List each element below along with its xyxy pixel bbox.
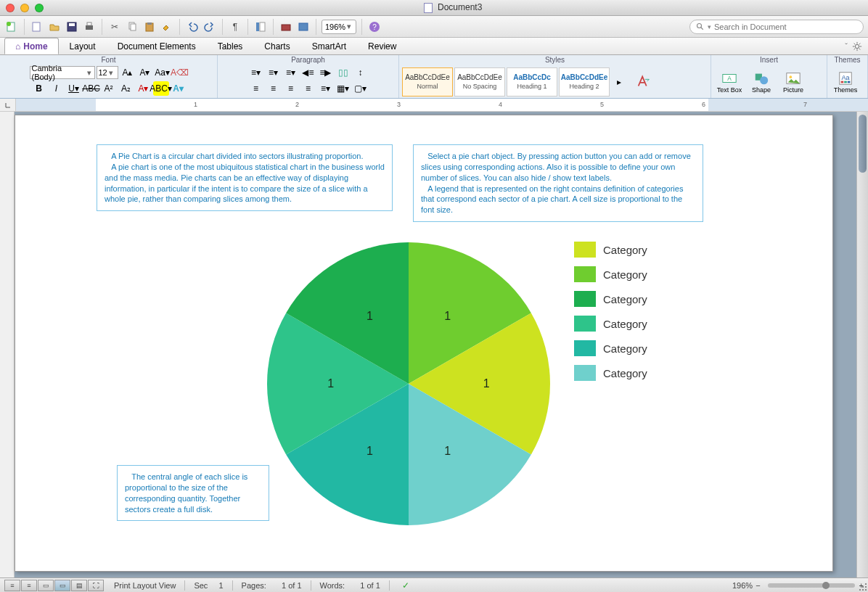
multilevel-list-button[interactable]: ≡▾	[283, 65, 299, 80]
pie-slice-label: 1	[367, 445, 373, 457]
minimize-button[interactable]	[20, 4, 29, 12]
line-spacing-button[interactable]: ≡▾	[318, 81, 334, 96]
print-icon[interactable]	[82, 20, 97, 34]
pie-chart[interactable]: 111111	[263, 239, 554, 529]
show-formatting-icon[interactable]: ¶	[228, 20, 242, 34]
open-icon[interactable]	[47, 20, 62, 34]
print-layout-view-button[interactable]: ▭	[54, 580, 70, 591]
redo-icon[interactable]	[202, 20, 217, 34]
italic-button[interactable]: I	[49, 81, 65, 96]
textbox-callout[interactable]: The central angle of each slice is propo…	[117, 465, 269, 521]
tab-stop-selector[interactable]	[0, 99, 16, 111]
shrink-font-icon[interactable]: A▾	[137, 65, 153, 80]
paste-icon[interactable]	[142, 20, 157, 34]
quick-access-toolbar: ✂ ¶ 196% ▾ ? ▾	[0, 16, 868, 38]
media-browser-icon[interactable]	[296, 20, 311, 34]
shading-button[interactable]: ▦▾	[335, 81, 351, 96]
strikethrough-button[interactable]: ABC	[83, 81, 99, 96]
horizontal-ruler[interactable]: 1 2 3 4 5 6 7	[16, 99, 868, 111]
style-gallery: AaBbCcDdEe Normal AaBbCcDdEe No Spacing …	[402, 67, 610, 96]
font-size-combo[interactable]: 12▾	[97, 66, 118, 79]
close-button[interactable]	[6, 4, 15, 12]
insert-shape-button[interactable]: Shape	[746, 66, 777, 98]
scrollbar-thumb[interactable]	[859, 115, 867, 173]
dropdown-icon[interactable]: ▾	[708, 23, 711, 30]
new-icon[interactable]	[4, 20, 19, 34]
zoom-slider-thumb[interactable]	[822, 582, 830, 589]
zoom-out-button[interactable]: −	[756, 581, 760, 590]
align-right-button[interactable]: ≡	[283, 81, 299, 96]
fullscreen-view-button[interactable]: ⛶	[88, 580, 104, 591]
style-heading-1[interactable]: AaBbCcDc Heading 1	[507, 67, 557, 96]
cut-icon[interactable]: ✂	[107, 20, 122, 34]
textbox-intro-2[interactable]: Select a pie chart object. By pressing a…	[413, 144, 703, 222]
tab-layout[interactable]: Layout	[59, 38, 107, 54]
justify-button[interactable]: ≡	[300, 81, 316, 96]
resize-grip[interactable]	[858, 582, 867, 591]
draft-view-button[interactable]: ≡	[4, 580, 20, 591]
help-icon[interactable]: ?	[367, 20, 382, 34]
svg-rect-6	[87, 22, 91, 25]
underline-button[interactable]: U▾	[66, 81, 82, 96]
zoom-button[interactable]	[35, 4, 44, 12]
zoom-combo[interactable]: 196% ▾	[322, 20, 356, 34]
style-no-spacing[interactable]: AaBbCcDdEe No Spacing	[454, 67, 505, 96]
clear-formatting-icon[interactable]: A⌫	[172, 65, 188, 80]
change-case-icon[interactable]: Aa▾	[155, 65, 171, 80]
tab-tables[interactable]: Tables	[207, 38, 254, 54]
tab-document-elements[interactable]: Document Elements	[107, 38, 207, 54]
columns-icon[interactable]: ▯▯	[335, 65, 351, 80]
sort-button[interactable]: ↕	[353, 65, 369, 80]
text-effects-button[interactable]: A▾	[171, 81, 187, 96]
superscript-button[interactable]: A²	[101, 81, 117, 96]
textbox-intro-1[interactable]: A Pie Chart is a circular chart divided …	[97, 144, 393, 211]
increase-indent-button[interactable]: ≡▶	[318, 65, 334, 80]
borders-button[interactable]: ▢▾	[353, 81, 369, 96]
highlight-button[interactable]: ABC▾	[153, 81, 169, 96]
style-heading-2[interactable]: AaBbCcDdEe Heading 2	[559, 67, 610, 96]
new-from-template-icon[interactable]	[30, 20, 44, 34]
separator	[273, 19, 274, 35]
tab-smartart[interactable]: SmartArt	[301, 38, 357, 54]
zoom-slider[interactable]	[768, 583, 855, 588]
tab-home[interactable]: ⌂ Home	[4, 38, 59, 54]
undo-icon[interactable]	[185, 20, 200, 34]
legend-label: Category	[603, 244, 647, 256]
font-name-combo[interactable]: Cambria (Body)▾	[30, 66, 95, 79]
collapse-ribbon-icon[interactable]: ˇ	[845, 42, 848, 51]
insert-textbox-button[interactable]: A Text Box	[714, 66, 745, 98]
publishing-view-button[interactable]: ▭	[38, 580, 54, 591]
change-styles-button[interactable]	[629, 66, 659, 98]
save-icon[interactable]	[65, 20, 79, 34]
notebook-view-button[interactable]: ▤	[71, 580, 87, 591]
document-page[interactable]: A Pie Chart is a circular chart divided …	[15, 115, 833, 572]
vertical-scrollbar[interactable]	[856, 112, 868, 577]
gear-icon[interactable]	[852, 41, 862, 52]
align-center-button[interactable]: ≡	[266, 81, 282, 96]
search-field[interactable]: ▾	[689, 20, 864, 34]
decrease-indent-button[interactable]: ◀≡	[300, 65, 316, 80]
insert-picture-button[interactable]: Picture	[778, 66, 808, 98]
bold-button[interactable]: B	[31, 81, 47, 96]
tab-charts[interactable]: Charts	[253, 38, 300, 54]
outline-view-button[interactable]: ≡	[21, 580, 37, 591]
tab-review[interactable]: Review	[357, 38, 407, 54]
svg-rect-8	[131, 24, 136, 30]
numbering-button[interactable]: ≡▾	[266, 65, 282, 80]
vertical-ruler[interactable]	[0, 112, 15, 577]
bullets-button[interactable]: ≡▾	[248, 65, 264, 80]
sidebar-icon[interactable]	[253, 20, 268, 34]
align-left-button[interactable]: ≡	[248, 81, 264, 96]
format-painter-icon[interactable]	[160, 20, 174, 34]
grow-font-icon[interactable]: A▴	[120, 65, 136, 80]
search-input[interactable]	[714, 22, 857, 31]
separator	[179, 19, 180, 35]
toolbox-icon[interactable]	[279, 20, 293, 34]
themes-button[interactable]: Aa Themes	[830, 66, 861, 98]
subscript-button[interactable]: A₂	[118, 81, 134, 96]
copy-icon[interactable]	[125, 20, 139, 34]
style-normal[interactable]: AaBbCcDdEe Normal	[402, 67, 453, 96]
styles-more-button[interactable]: ▸	[611, 75, 627, 89]
ruler-tick: 1	[194, 101, 197, 108]
spellcheck-icon[interactable]: ✓	[398, 578, 413, 593]
